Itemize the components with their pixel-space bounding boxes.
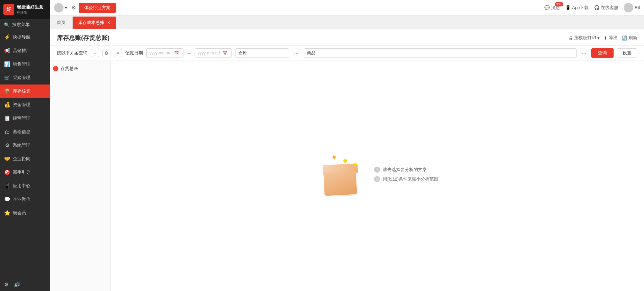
export-button[interactable]: ⬆ 导出 — [604, 35, 618, 41]
sidebar-item-apps[interactable]: 📱应用中心 — [0, 179, 50, 193]
sidebar-item-quick-nav[interactable]: ⚡快捷导航 — [0, 30, 50, 44]
topbar-user[interactable]: ▾ — [54, 3, 67, 13]
member-icon: ⭐ — [4, 210, 10, 216]
hint-item-1: 1 请先选择要分析的方案 — [374, 167, 438, 173]
warehouse-more-icon[interactable]: ··· — [293, 50, 300, 57]
tab-home[interactable]: 首页 — [50, 17, 73, 29]
refresh-button[interactable]: 🔄 刷新 — [622, 35, 637, 41]
empty-hints: 1 请先选择要分析的方案 2 用[过滤]条件来缩小分析范围 — [374, 167, 438, 186]
sidebar-item-sales[interactable]: 📊销售管理 — [0, 57, 50, 71]
marketing-label: 营销推广 — [13, 48, 30, 54]
export-icon: ⬆ — [604, 35, 608, 41]
system-label: 系统管理 — [13, 142, 30, 148]
topbar-gear-icon[interactable]: ⚙ — [71, 4, 76, 11]
member-label: 畅会员 — [13, 210, 26, 216]
page-title: 库存总账(存货总账) — [57, 34, 109, 42]
dropdown-icon: ▾ — [597, 35, 600, 41]
sidebar-item-wechat[interactable]: 💬企业微信 — [0, 193, 50, 206]
display-settings-button[interactable]: 设置 — [617, 48, 637, 58]
print-template-button[interactable]: 🖨 按模板打印 ▾ — [568, 35, 600, 41]
sidebar-bottom: ⚙ 🔊 — [0, 278, 50, 291]
message-icon: 💬 — [544, 5, 550, 10]
warehouse-input[interactable]: 仓库 — [235, 48, 289, 58]
settings-icon[interactable]: ⚙ — [4, 282, 8, 288]
sidebar-item-system[interactable]: ⚙系统管理 — [0, 139, 50, 152]
scheme-item-label: 存货总账 — [60, 66, 78, 72]
apps-icon: 📱 — [4, 183, 10, 189]
finance-label: 资金管理 — [13, 102, 30, 108]
guide-label: 新手引导 — [13, 169, 30, 175]
collapse-icon: « — [117, 51, 119, 55]
operations-label: 经营管理 — [13, 115, 30, 121]
product-label: 商品 — [307, 50, 316, 56]
app-download-button[interactable]: 📱 App下载 — [565, 5, 589, 11]
filter-label: 按以下方案查询 — [57, 50, 88, 56]
hint-text-1: 请先选择要分析的方案 — [383, 167, 427, 173]
date-separator: — — [187, 51, 191, 56]
audio-icon[interactable]: 🔊 — [14, 282, 20, 288]
page-header: 库存总账(存货总账) 🖨 按模板打印 ▾ ⬆ 导出 🔄 刷新 — [50, 29, 644, 46]
enterprise-label: 企业协同 — [13, 156, 30, 162]
basic-label: 基础信息 — [13, 129, 30, 135]
logo-text: 畅捷通好生意 标准版 — [17, 4, 43, 15]
right-panel: 1 请先选择要分析的方案 2 用[过滤]条件来缩小分析范围 — [111, 61, 644, 291]
hint-num-2: 2 — [374, 176, 380, 182]
tab-inventory-ledger[interactable]: 库存成本总账 ✕ — [73, 17, 116, 29]
query-button[interactable]: 查询 — [591, 48, 614, 58]
settings-scheme-button[interactable]: ⚙ — [102, 49, 110, 57]
phone-icon: 📱 — [565, 5, 571, 10]
basic-icon: 🗂 — [4, 129, 10, 135]
collapse-button[interactable]: « — [114, 49, 122, 57]
date-to-input[interactable]: yyyy-mm-dd 📅 — [195, 48, 232, 58]
sidebar-item-operations[interactable]: 📋经营管理 — [0, 112, 50, 125]
content: 库存总账(存货总账) 🖨 按模板打印 ▾ ⬆ 导出 🔄 刷新 按以下方案查询 — [50, 29, 644, 291]
gear-scheme-icon: ⚙ — [104, 50, 109, 56]
date-from-input[interactable]: yyyy-mm-dd 📅 — [146, 48, 183, 58]
close-tab-icon[interactable]: ✕ — [107, 20, 110, 25]
topbar-right: 💬 消息 99+ 📱 App下载 🎧 在线客服 Rit — [544, 3, 640, 13]
topbar-user-right[interactable]: Rit — [624, 3, 640, 13]
sales-label: 销售管理 — [13, 61, 30, 67]
calendar-to-icon[interactable]: 📅 — [222, 51, 227, 55]
sidebar-item-finance[interactable]: 💰资金管理 — [0, 98, 50, 112]
search-menu[interactable]: 🔍 搜索菜单 — [0, 19, 50, 30]
filter-bar: 按以下方案查询 + ⚙ « 记账日期 yyyy-mm-dd 📅 — yyyy-m… — [50, 46, 644, 61]
refresh-icon: 🔄 — [622, 35, 627, 41]
user-display-name: Rit — [635, 5, 640, 10]
scheme-item-inventory[interactable]: 🔴 存货总账 — [50, 64, 110, 74]
sidebar-logo: 好 畅捷通好生意 标准版 — [0, 0, 50, 19]
tab-inventory-ledger-label: 库存成本总账 — [78, 20, 104, 26]
sidebar-item-member[interactable]: ⭐畅会员 — [0, 206, 50, 220]
add-scheme-button[interactable]: + — [91, 49, 99, 57]
wechat-icon: 💬 — [4, 196, 10, 202]
tabs-bar: 首页 库存成本总账 ✕ — [50, 16, 644, 29]
guide-icon: 🎯 — [4, 169, 10, 175]
sidebar-item-enterprise[interactable]: 🤝企业协同 — [0, 152, 50, 166]
online-service-button[interactable]: 🎧 在线客服 — [594, 5, 618, 11]
trial-button[interactable]: 体验行业方案 — [79, 3, 116, 13]
sidebar-item-basic[interactable]: 🗂基础信息 — [0, 125, 50, 139]
sidebar-item-purchase[interactable]: 🛒采购管理 — [0, 71, 50, 84]
apps-label: 应用中心 — [13, 183, 30, 189]
empty-state: 1 请先选择要分析的方案 2 用[过滤]条件来缩小分析范围 — [111, 139, 644, 213]
main-area: ▾ ⚙ 体验行业方案 💬 消息 99+ 📱 App下载 🎧 在线客服 Rit — [50, 0, 644, 291]
content-body: 🔴 存货总账 — [50, 61, 644, 291]
purchase-icon: 🛒 — [4, 75, 10, 81]
brand-name: 畅捷通好生意 — [17, 4, 43, 10]
plus-icon: + — [94, 50, 96, 56]
inventory-icon: 📦 — [4, 88, 10, 94]
finance-icon: 💰 — [4, 102, 10, 108]
headset-icon: 🎧 — [594, 5, 599, 10]
quick-nav-icon: ⚡ — [4, 34, 10, 40]
date-label: 记账日期 — [125, 50, 143, 56]
product-more-icon[interactable]: ··· — [580, 50, 588, 57]
hint-num-1: 1 — [374, 167, 380, 173]
sidebar-item-marketing[interactable]: 📢营销推广 — [0, 44, 50, 57]
sidebar-item-guide[interactable]: 🎯新手引导 — [0, 166, 50, 179]
product-input[interactable]: 商品 — [304, 48, 577, 58]
messages-button[interactable]: 💬 消息 99+ — [544, 5, 560, 11]
date-to-placeholder: yyyy-mm-dd — [198, 51, 220, 55]
calendar-from-icon[interactable]: 📅 — [174, 51, 179, 55]
sidebar-item-inventory[interactable]: 📦库存核算 — [0, 84, 50, 98]
query-conditions: 记账日期 yyyy-mm-dd 📅 — yyyy-mm-dd 📅 仓库 ··· … — [125, 48, 588, 58]
